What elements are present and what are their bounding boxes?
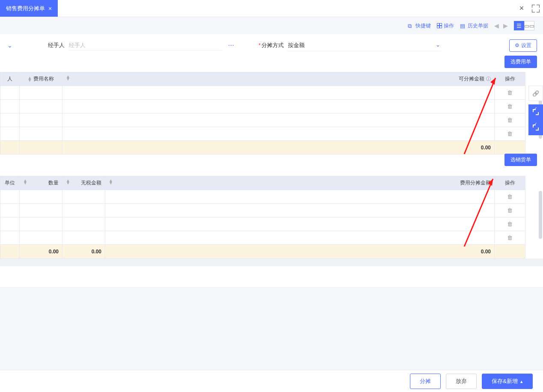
table-row[interactable] xyxy=(0,100,525,113)
caret-up-icon xyxy=(520,378,523,384)
table-row[interactable] xyxy=(0,190,525,204)
delete-icon[interactable] xyxy=(507,193,513,199)
nav-prev-icon[interactable]: ◀ xyxy=(494,22,499,29)
discard-button[interactable]: 放弃 xyxy=(446,374,477,389)
total-row: 0.00 0.00 0.00 xyxy=(0,245,525,258)
shortcut-link[interactable]: 快捷键 xyxy=(408,22,431,30)
nav-next-icon[interactable]: ▶ xyxy=(503,22,508,29)
settings-button[interactable]: 设置 xyxy=(509,39,537,52)
expand-button-1[interactable] xyxy=(528,104,543,120)
col-expense-name[interactable]: 费用名称 xyxy=(20,72,62,86)
table-header-row: 人 费用名称 可分摊金额 操作 xyxy=(0,72,525,86)
table-row[interactable] xyxy=(0,217,525,231)
table-row[interactable] xyxy=(0,231,525,245)
settings-label: 设置 xyxy=(521,42,531,49)
col-allocation-amount[interactable]: 费用分摊金额 xyxy=(105,176,495,190)
total-quantity: 0.00 xyxy=(20,245,62,258)
total-allocation-amount: 0.00 xyxy=(105,245,495,258)
chevron-down-icon: ⌄ xyxy=(436,42,440,49)
select-sales-bill-button[interactable]: 选销货单 xyxy=(504,154,537,166)
table-row[interactable] xyxy=(0,127,525,141)
col-operate: 操作 xyxy=(495,176,525,190)
footer-bar: 分摊 放弃 保存&新增 xyxy=(0,370,543,392)
fullscreen-icon[interactable] xyxy=(532,5,540,12)
panel-close-icon[interactable]: × xyxy=(517,4,526,13)
history-link[interactable]: 历史单据 xyxy=(460,22,488,30)
info-icon[interactable] xyxy=(484,76,491,82)
delete-icon[interactable] xyxy=(507,221,513,227)
save-and-new-button[interactable]: 保存&新增 xyxy=(482,374,533,389)
operate-link[interactable]: 操作 xyxy=(437,22,454,30)
col-quantity[interactable]: 数量 xyxy=(20,176,62,190)
form-area: ⌄ 经手人 ⋯ *分摊方式 按金额 ⌄ 设置 xyxy=(0,34,543,56)
view-grid-button[interactable]: ▭▭ xyxy=(524,21,534,30)
content-area: 选费用单 人 费用名称 可分摊金额 操作 xyxy=(0,56,543,288)
col-unit[interactable]: 单位 xyxy=(0,176,20,190)
expand-icon xyxy=(533,109,539,115)
allocate-button[interactable]: 分摊 xyxy=(410,374,441,389)
tab-close-icon[interactable]: × xyxy=(48,5,52,12)
scrollbar[interactable] xyxy=(539,191,542,239)
handler-input[interactable] xyxy=(68,40,222,50)
delete-icon[interactable] xyxy=(507,89,513,95)
sort-icon[interactable] xyxy=(66,179,70,184)
tab-title: 销售费用分摊单 xyxy=(6,5,45,12)
sort-icon[interactable] xyxy=(23,179,27,184)
col-allocatable-amount[interactable]: 可分摊金额 xyxy=(62,72,495,86)
total-allocatable-amount: 0.00 xyxy=(62,141,495,154)
copy-icon xyxy=(408,23,414,29)
select-expense-bill-button[interactable]: 选费用单 xyxy=(504,56,537,68)
delete-icon[interactable] xyxy=(507,207,513,213)
view-list-button[interactable]: ☰ xyxy=(514,21,524,30)
method-select[interactable]: 按金额 ⌄ xyxy=(287,40,441,51)
doc-icon xyxy=(460,23,466,29)
sort-icon[interactable] xyxy=(66,75,70,80)
handler-more-icon[interactable]: ⋯ xyxy=(226,42,237,49)
grid-icon xyxy=(437,23,442,28)
attachment-icon xyxy=(532,90,539,97)
side-rail xyxy=(528,86,543,135)
table-header-row: 单位 数量 无税金额 费用分摊金额 操作 xyxy=(0,176,525,190)
expense-table: 人 费用名称 可分摊金额 操作 0.00 xyxy=(0,72,525,154)
save-label: 保存&新增 xyxy=(492,377,518,385)
chevron-down-icon[interactable]: ⌄ xyxy=(6,42,14,49)
tab-bar: 销售费用分摊单 × × xyxy=(0,0,543,17)
table-row[interactable] xyxy=(0,86,525,100)
method-label: *分摊方式 xyxy=(258,42,284,49)
table-row[interactable] xyxy=(0,113,525,127)
handler-label: 经手人 xyxy=(48,42,65,49)
tab-active[interactable]: 销售费用分摊单 × xyxy=(0,0,58,17)
sort-icon[interactable] xyxy=(109,179,113,184)
col-notax-amount[interactable]: 无税金额 xyxy=(62,176,105,190)
attachment-button[interactable] xyxy=(528,86,543,101)
total-notax: 0.00 xyxy=(62,245,105,258)
expand-button-2[interactable] xyxy=(528,120,543,135)
toolbar: 快捷键 操作 历史单据 ◀ ▶ ☰ ▭▭ xyxy=(0,17,543,34)
sales-table: 单位 数量 无税金额 费用分摊金额 操作 0.00 0.00 xyxy=(0,176,525,258)
operate-label: 操作 xyxy=(444,22,454,30)
total-row: 0.00 xyxy=(0,141,525,154)
delete-icon[interactable] xyxy=(507,103,513,109)
gear-icon xyxy=(515,42,519,48)
shortcut-label: 快捷键 xyxy=(415,22,431,30)
col-person[interactable]: 人 xyxy=(0,72,20,86)
delete-icon[interactable] xyxy=(507,117,513,123)
method-value: 按金额 xyxy=(288,42,305,49)
sort-icon[interactable] xyxy=(28,77,32,82)
history-label: 历史单据 xyxy=(468,22,488,30)
expand-icon xyxy=(533,125,539,131)
table-row[interactable] xyxy=(0,204,525,217)
col-operate: 操作 xyxy=(495,72,525,86)
delete-icon[interactable] xyxy=(507,131,513,137)
delete-icon[interactable] xyxy=(507,235,513,241)
